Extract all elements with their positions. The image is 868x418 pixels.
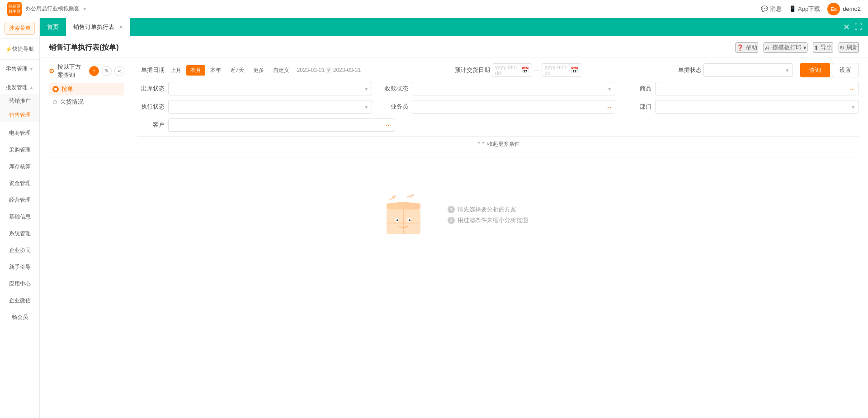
date-tab-last-month[interactable]: 上月: [166, 65, 185, 76]
filter-sidebar: ⚙ 按以下方案查询 + ✎ «: [49, 63, 130, 152]
sidebar-wechat[interactable]: 企业微信: [0, 292, 39, 309]
svg-point-13: [396, 219, 398, 221]
tab-close-icon[interactable]: ✕: [119, 24, 123, 30]
page-header-actions: ❓ 帮助 🖨 按模板打印 ▾ ⬆ 导出 ↻: [736, 43, 859, 52]
sidebar-operation[interactable]: 经营管理: [0, 192, 39, 209]
svg-point-0: [54, 88, 57, 90]
sidebar-basic[interactable]: 基础信息: [0, 209, 39, 225]
help-btn[interactable]: ❓ 帮助: [736, 43, 758, 52]
sidebar-appcenter[interactable]: 应用中心: [0, 276, 39, 292]
page-content: 销售订单执行表(按单) ❓ 帮助 🖨 按模板打印 ▾ ⬆: [40, 36, 868, 418]
sidebar-cooperation[interactable]: 企业协同: [0, 242, 39, 259]
search-menu-btn[interactable]: 搜索菜单: [5, 22, 35, 35]
add-scheme-btn[interactable]: +: [89, 66, 99, 76]
scheme-icon: ⚙: [49, 67, 55, 75]
salesman-input[interactable]: ···: [412, 100, 616, 114]
filter-goods: 商品 ···: [624, 82, 859, 95]
collapse-bar: ⌃⌃ 收起更多条件: [137, 136, 859, 152]
date-tab-7days[interactable]: 近7天: [226, 65, 248, 76]
date-tab-this-year[interactable]: 本年: [206, 65, 225, 76]
date-tab-more[interactable]: 更多: [249, 65, 268, 76]
receive-status-label: 收款状态: [381, 85, 408, 93]
forecast-date-label: 预计交货日期: [454, 66, 490, 74]
setting-btn[interactable]: 设置: [832, 63, 859, 77]
filter-grid-row1: 出库状态 ▾ 收款状态: [137, 82, 859, 95]
mobile-icon: 📱: [789, 5, 796, 12]
sidebar-purchase[interactable]: 采购管理: [0, 142, 39, 158]
sidebar-member[interactable]: 畅会员: [0, 309, 39, 326]
tab-expand-btn[interactable]: ⛶: [854, 22, 863, 32]
tab-sales-exec[interactable]: 销售订单执行表 ✕: [66, 18, 130, 36]
customer-input[interactable]: ···: [168, 118, 395, 132]
refresh-label: 刷新: [846, 43, 858, 52]
out-stock-label: 出库状态: [137, 85, 165, 93]
filter-out-stock: 出库状态 ▾: [137, 82, 372, 95]
sidebar-search-area: 搜索菜单: [0, 18, 39, 39]
quick-nav-btn[interactable]: ⚡ 快捷导航: [0, 42, 39, 57]
help-icon: ❓: [736, 44, 744, 51]
edit-scheme-btn[interactable]: ✎: [102, 66, 112, 76]
quick-nav: ⚡ 快捷导航: [0, 39, 39, 60]
tab-home[interactable]: 首页: [40, 18, 66, 36]
out-stock-select[interactable]: ▾: [168, 82, 372, 95]
quick-nav-label: 快捷导航: [12, 45, 34, 53]
tip2-text: 用过滤条件来缩小分析范围: [458, 216, 528, 224]
user-area[interactable]: Ea demo2: [827, 3, 861, 15]
print-icon: 🖨: [764, 44, 770, 51]
message-btn[interactable]: 💬 消息: [761, 5, 782, 13]
empty-state: 1 请先选择要分析的方案 2 用过滤条件来缩小分析范围: [40, 157, 868, 266]
forecast-date-from[interactable]: yyyy-mm-dd 📅: [492, 63, 532, 77]
forecast-date-range: yyyy-mm-dd 📅 — yyyy-mm-dd 📅: [492, 63, 581, 77]
avatar: Ea: [827, 3, 840, 15]
sidebar-marketing[interactable]: 营销推广: [0, 94, 39, 108]
dept-arrow: ▾: [852, 104, 855, 110]
quick-nav-icon: ⚡: [5, 46, 12, 52]
message-icon: 💬: [761, 5, 768, 12]
dept-select[interactable]: ▾: [655, 100, 859, 114]
export-icon: ⬆: [814, 44, 819, 51]
exec-status-label: 执行状态: [137, 103, 165, 111]
sidebar-inventory[interactable]: 库存核算: [0, 158, 39, 175]
retail-arrow: ▼: [29, 66, 34, 71]
empty-tip-1: 1 请先选择要分析的方案: [448, 205, 528, 214]
collapse-btn[interactable]: ⌃⌃ 收起更多条件: [476, 140, 520, 148]
app-dropdown-icon[interactable]: ▾: [83, 5, 86, 12]
status-select[interactable]: ▾: [703, 63, 793, 77]
exec-status-select[interactable]: ▾: [168, 100, 372, 114]
date-tab-custom[interactable]: 自定义: [269, 65, 293, 76]
sidebar-system[interactable]: 系统管理: [0, 225, 39, 242]
sidebar-newbie[interactable]: 新手引导: [0, 259, 39, 276]
app-title: 办公用品行业模拟账套: [25, 5, 80, 13]
svg-point-14: [409, 219, 410, 221]
goods-more-icon: ···: [849, 85, 855, 92]
goods-input[interactable]: ···: [655, 82, 859, 95]
collapse-label: 收起更多条件: [487, 140, 520, 148]
export-label: 导出: [821, 43, 832, 52]
sidebar: 搜索菜单 ⚡ 快捷导航 零售管理 ▼ 批发管理 ▲: [0, 18, 40, 418]
sidebar-sales-mgmt[interactable]: 销售管理: [0, 108, 39, 122]
collapse-scheme-btn[interactable]: «: [114, 66, 124, 76]
filter-receive-status: 收款状态 ▾: [381, 82, 616, 95]
help-label: 帮助: [745, 43, 757, 52]
date-tab-this-month[interactable]: 本月: [186, 65, 205, 76]
sidebar-finance[interactable]: 资金管理: [0, 175, 39, 192]
query-btn[interactable]: 查询: [800, 63, 830, 77]
print-btn[interactable]: 🖨 按模板打印 ▾: [764, 43, 807, 52]
content-area: 首页 销售订单执行表 ✕ ✕ ⛶ 销售订单执行表(按单): [40, 18, 868, 418]
export-btn[interactable]: ⬆ 导出: [813, 43, 833, 52]
status-select-wrap: ▾: [703, 63, 793, 77]
refresh-btn[interactable]: ↻ 刷新: [839, 43, 859, 52]
logo: 畅捷通 好生意: [7, 2, 22, 16]
empty-text: 1 请先选择要分析的方案 2 用过滤条件来缩小分析范围: [448, 205, 528, 227]
tab-close-btn[interactable]: ✕: [843, 22, 850, 32]
sidebar-ecommerce[interactable]: 电商管理: [0, 125, 39, 142]
page-header: 销售订单执行表(按单) ❓ 帮助 🖨 按模板打印 ▾ ⬆: [40, 36, 868, 57]
app-download-btn[interactable]: 📱 App下载: [789, 5, 820, 13]
scheme-item-single[interactable]: 按单: [49, 83, 124, 95]
date-range-text: 2023-03-01 至 2023-03-31: [297, 66, 361, 74]
tab-bar-actions: ✕ ⛶: [843, 22, 868, 32]
out-stock-arrow: ▾: [365, 86, 368, 92]
receive-status-select[interactable]: ▾: [412, 82, 616, 95]
forecast-date-to[interactable]: yyyy-mm-dd 📅: [542, 63, 581, 77]
owe-item[interactable]: ⊙ 欠货情况: [49, 95, 124, 108]
